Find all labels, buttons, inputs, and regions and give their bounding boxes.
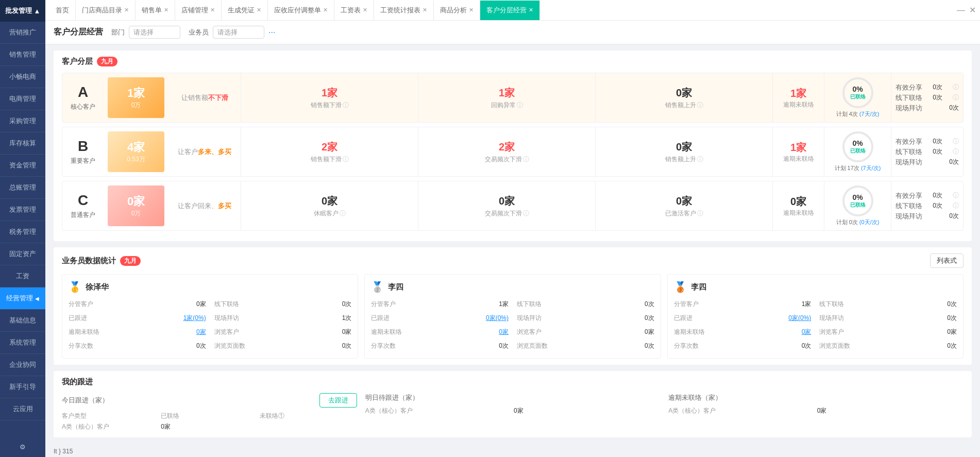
tier-stat-c-3[interactable]: 0家 已激活客户 ⓘ [595,181,772,230]
tab-payroll[interactable]: 工资表 ✕ [334,1,374,20]
tab-receivable[interactable]: 应收应付调整单 ✕ [268,1,334,20]
close-icon[interactable]: ✕ [363,7,367,13]
dept-select[interactable]: 请选择 [129,26,180,39]
tab-customer-tier[interactable]: 客户分层经营 ✕ [480,1,540,20]
close-icon[interactable]: ✕ [323,7,328,13]
staff-name-1: 徐泽华 [86,282,109,292]
main-area: 首页 门店商品目录 ✕ 销售单 ✕ 店铺管理 ✕ 生成凭证 ✕ 应收应付调整单 … [45,0,980,457]
tab-generate-voucher[interactable]: 生成凭证 ✕ [222,1,268,20]
sidebar-item-shuiwu[interactable]: 税务管理 [0,221,45,243]
follow-overdue: 逾期未联络（家） A类（核心）客户 0家 [668,393,964,415]
follow-section-title: 我的跟进 [62,377,964,387]
staff-stat-row: 浏览客户 0家 [214,326,352,338]
progress-circle-b: 0% 已联络 [842,131,873,162]
staff-card-2: 🥈 李四 分管客户 1家 线下联络 0次 已跟进 [364,274,661,359]
sidebar-item-jingying[interactable]: 经营管理 ◀ [0,287,45,310]
sidebar-item-yunyingyong[interactable]: 云应用 [0,398,45,420]
tier-stat-b-2[interactable]: 2家 交易频次下滑 ⓘ [418,127,595,176]
follow-section: 我的跟进 今日跟进（家） 去跟进 客户类型 已联络 未联络① A类（核心）客户 … [54,371,972,437]
close-icon[interactable]: ✕ [469,7,474,13]
sidebar-item-caigou[interactable]: 采购管理 [0,110,45,132]
tab-payroll-report[interactable]: 工资统计报表 ✕ [374,1,434,20]
follow-tomorrow: 明日待跟进（家） A类（核心）客户 0家 [365,393,661,415]
staff-stats-2: 分管客户 1家 线下联络 0次 已跟进 0家(0%) 现场拜访 [371,298,654,352]
tier-contact-a[interactable]: 1家 逾期未联络 [772,73,824,122]
sidebar-item-gudingzichan[interactable]: 固定资产 [0,243,45,265]
sidebar-item-fapiao[interactable]: 发票管理 [0,199,45,221]
staff-stat-row: 逾期未联络 0家 [371,326,509,338]
progress-circle-c: 0% 已联络 [842,185,873,216]
sidebar-item-xinshouyindao[interactable]: 新手引导 [0,376,45,398]
sidebar-item-xiaoshou[interactable]: 销售管理 [0,44,45,66]
follow-overdue-table: A类（核心）客户 0家 [668,407,964,415]
sidebar-item-yingxiao[interactable]: 营销推广 [0,22,45,44]
sidebar-item-gongzi[interactable]: 工资 [0,265,45,287]
close-icon[interactable]: ✕ [257,7,261,13]
sidebar-expand-icon: ▲ [34,7,41,15]
staff-stat-row: 现场拜访 0次 [819,312,957,324]
sidebar-item-dianshang[interactable]: 电商管理 [0,88,45,110]
close-icon[interactable]: ✕ [210,7,215,13]
sidebar-item-xitong[interactable]: 系统管理 [0,332,45,354]
tier-stat-a-1[interactable]: 1家 销售额下滑 ⓘ [241,73,418,122]
tier-contact-b[interactable]: 1家 逾期未联络 [772,127,824,176]
staff-stat-row: 分管客户 1家 [371,298,509,310]
staff-section-header: 业务员数据统计 九月 列表式 [62,253,964,268]
close-icon[interactable]: ✕ [529,7,533,13]
sidebar-item-kucun[interactable]: 库存核算 [0,132,45,155]
close-icon[interactable]: ✕ [124,7,129,13]
tab-shop-goods[interactable]: 门店商品目录 ✕ [76,1,136,20]
staff-card-3: 🥉 李四 分管客户 1家 线下联络 0次 已跟进 [667,274,964,359]
staff-stat-row: 浏览页面数 0次 [819,340,957,352]
staff-section-title: 业务员数据统计 九月 [62,256,141,266]
tier-stat-a-3[interactable]: 0家 销售额上升 ⓘ [595,73,772,122]
staff-filter: 业务员 请选择 ··· [189,26,275,39]
tier-count-c: 0家 0万 [108,185,164,226]
tab-home[interactable]: 首页 [49,1,76,20]
sidebar-arrow-icon: ◀ [35,296,39,301]
tier-progress-b: 0% 已联络 计划 17次 (7天/次) [824,127,891,176]
staff-card-1: 🥇 徐泽华 分管客户 0家 线下联络 0次 已跟进 [62,274,358,359]
tier-slogan-c: 让客户回来、多买 [168,181,241,230]
tier-row-a: A 核心客户 1家 0万 让销售额不下滑 1家 销售额下滑 ⓘ 1家 回购异常 … [62,73,964,123]
minimize-icon[interactable]: — [957,6,965,15]
close-icon[interactable]: ✕ [423,7,427,13]
tab-shop-manage[interactable]: 店铺管理 ✕ [175,1,222,20]
go-follow-button[interactable]: 去跟进 [319,393,357,408]
staff-header-1: 🥇 徐泽华 [69,281,351,293]
staff-stat-row: 已跟进 0家(0%) [371,312,509,324]
sidebar-item-zijin[interactable]: 资金管理 [0,155,45,177]
tier-label-a: A 核心客户 [62,73,104,122]
silver-medal-icon: 🥈 [371,281,384,293]
follow-today: 今日跟进（家） 去跟进 客户类型 已联络 未联络① A类（核心）客户 0家 [62,393,357,431]
sidebar-title: 批发管理 [5,6,32,15]
sidebar-item-jichu[interactable]: 基础信息 [0,310,45,332]
tier-row-c: C 普通客户 0家 0万 让客户回来、多买 0家 休眠客户 ⓘ 0家 交易频次下… [62,181,964,231]
filter-more-icon[interactable]: ··· [268,28,275,37]
tier-stat-b-1[interactable]: 2家 销售额下滑 ⓘ [241,127,418,176]
tab-sale-order[interactable]: 销售单 ✕ [136,1,175,20]
list-view-button[interactable]: 列表式 [930,253,964,268]
tier-stat-c-2[interactable]: 0家 交易频次下滑 ⓘ [418,181,595,230]
sidebar: 批发管理 ▲ 营销推广 销售管理 小畅电商 电商管理 采购管理 库存核算 资金管… [0,0,45,457]
tab-goods-analysis[interactable]: 商品分析 ✕ [434,1,480,20]
page-header: 客户分层经营 部门 请选择 业务员 请选择 ··· [45,21,980,44]
staff-stat-row: 现场拜访 0次 [517,312,654,324]
tier-contact-c[interactable]: 0家 逾期未联络 [772,181,824,230]
staff-select[interactable]: 请选择 [213,26,264,39]
sidebar-settings[interactable]: ⚙ [0,437,45,457]
tier-stat-c-1[interactable]: 0家 休眠客户 ⓘ [241,181,418,230]
sidebar-item-xiaochangdianshang[interactable]: 小畅电商 [0,66,45,88]
staff-stat-row: 逾期未联络 0家 [674,326,812,338]
close-window-icon[interactable]: ✕ [969,5,976,15]
sidebar-header[interactable]: 批发管理 ▲ [0,0,45,22]
sidebar-item-qiyexietong[interactable]: 企业协同 [0,354,45,376]
tier-stat-a-2[interactable]: 1家 回购异常 ⓘ [418,73,595,122]
tier-stat-b-3[interactable]: 0家 销售额上升 ⓘ [595,127,772,176]
staff-stat-row: 浏览客户 0家 [517,326,654,338]
staff-stat-row: 逾期未联络 0家 [69,326,206,338]
staff-section: 业务员数据统计 九月 列表式 🥇 徐泽华 分管客户 0家 [54,247,972,365]
close-icon[interactable]: ✕ [164,7,168,13]
sidebar-item-zhangzhang[interactable]: 总账管理 [0,177,45,199]
staff-stat-row: 已跟进 0家(0%) [674,312,812,324]
